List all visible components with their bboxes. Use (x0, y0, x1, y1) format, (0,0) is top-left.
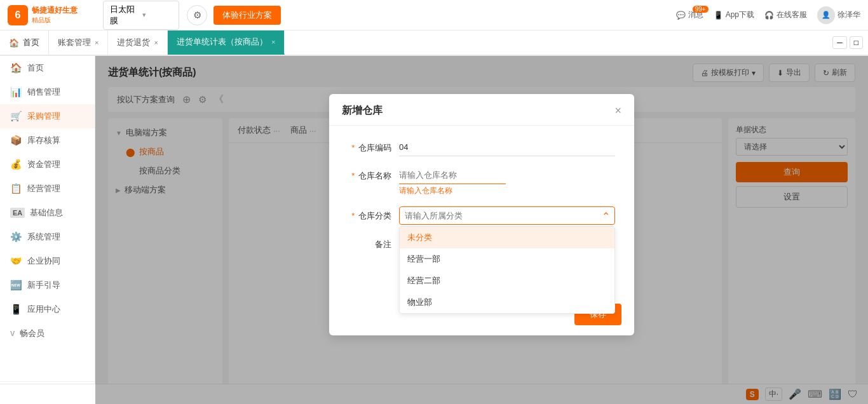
close-icon[interactable]: × (95, 39, 98, 46)
main-layout: 🏠 首页 📊 销售管理 🛒 采购管理 📦 库存核算 💰 资金管理 📋 经营管理 … (0, 56, 868, 404)
tab-accounts-label: 账套管理 (58, 37, 91, 48)
message-badge: 99+ (693, 6, 709, 13)
sidebar-item-label: 基础信息 (30, 207, 63, 219)
logo-text: 畅捷通好生意 精品版 (32, 5, 78, 25)
finance-icon: 💰 (10, 159, 22, 170)
dropdown-item-unclassified[interactable]: 未分类 (400, 227, 614, 248)
sidebar-item-label: 经营管理 (27, 183, 60, 194)
topbar-right: 💬 消息 99+ 📱 App下载 🎧 在线客服 👤 徐泽华 (676, 6, 860, 24)
warehouse-name-row: * 仓库名称 请输入仓库名称 (348, 166, 615, 196)
modal-overlay: 新增仓库 × * 仓库编码 * (95, 56, 868, 404)
tab-accounts[interactable]: 账套管理 × (49, 30, 108, 55)
app-download-button[interactable]: 📱 App下载 (714, 10, 754, 20)
collab-icon: 🤝 (10, 255, 22, 267)
category-dropdown-wrapper: ⌃ 未分类 经营一部 经营二部 物业部 (399, 206, 615, 225)
home-icon: 🏠 (10, 62, 22, 74)
system-icon: ⚙️ (10, 231, 22, 243)
settings-icon[interactable]: ⚙ (187, 5, 207, 25)
new-warehouse-modal: 新增仓库 × * 仓库编码 * (329, 94, 634, 335)
sidebar-item-home[interactable]: 🏠 首页 (0, 56, 95, 80)
app-download-label: App下载 (726, 10, 754, 20)
tab-home-label: 首页 (23, 37, 39, 48)
dropdown-item-ops1[interactable]: 经营一部 (400, 248, 614, 270)
category-input[interactable] (399, 206, 615, 225)
tab-home[interactable]: 🏠 首页 (0, 30, 49, 55)
dropdown-item-property[interactable]: 物业部 (400, 292, 614, 313)
topbar-center: ⚙ 体验行业方案 (187, 5, 281, 25)
basicinfo-icon: EA (10, 208, 25, 218)
operations-icon: 📋 (10, 183, 22, 194)
tab-maximize-button[interactable]: □ (850, 36, 863, 49)
dropdown-item-ops2[interactable]: 经营二部 (400, 270, 614, 292)
user-avatar[interactable]: 👤 徐泽华 (817, 6, 860, 24)
apps-icon: 📱 (10, 304, 22, 315)
store-name: 日太阳膜 (110, 4, 140, 27)
sidebar-item-apps[interactable]: 📱 应用中心 (0, 297, 95, 321)
tab-controls: ─ □ (827, 30, 868, 55)
headset-icon: 🎧 (764, 11, 774, 20)
code-label: * 仓库编码 (348, 138, 399, 154)
sidebar-item-label: 库存核算 (27, 135, 60, 146)
sidebar-item-label: 资金管理 (27, 159, 60, 170)
modal-title: 新增仓库 (342, 104, 383, 118)
name-field-wrapper: 请输入仓库名称 (399, 166, 615, 196)
phone-icon: 📱 (714, 11, 723, 20)
dropdown-arrow-icon[interactable]: ⌃ (602, 210, 610, 222)
home-icon: 🏠 (9, 38, 19, 48)
sales-icon: 📊 (10, 86, 22, 98)
member-icon: V (10, 330, 15, 337)
sidebar-item-finance[interactable]: 💰 资金管理 (0, 152, 95, 177)
tab-purchase-stat-label: 进货单统计表（按商品） (177, 36, 268, 48)
chevron-down-icon: ▾ (142, 11, 172, 19)
topbar: 6 畅捷通好生意 精品版 日太阳膜 ▾ ⚙ 体验行业方案 💬 消息 99+ 📱 … (0, 0, 868, 30)
sidebar-item-collab[interactable]: 🤝 企业协同 (0, 249, 95, 273)
warehouse-name-input[interactable] (399, 166, 506, 184)
category-dropdown-list: 未分类 经营一部 经营二部 物业部 (399, 226, 615, 314)
tab-purchase-return-label: 进货退货 (117, 37, 150, 48)
warehouse-code-input[interactable] (399, 138, 615, 156)
warehouse-category-row: * 仓库分类 ⌃ 未分类 经营一部 经营二部 物业部 (348, 206, 615, 225)
modal-header: 新增仓库 × (329, 94, 634, 126)
name-error-text: 请输入仓库名称 (399, 185, 615, 196)
logo-icon: 6 (8, 5, 28, 25)
close-icon[interactable]: × (271, 38, 275, 46)
tab-minimize-button[interactable]: ─ (832, 36, 847, 49)
notes-label: 备注 (348, 235, 399, 250)
sidebar-item-sales[interactable]: 📊 销售管理 (0, 80, 95, 104)
name-label: * 仓库名称 (348, 166, 399, 182)
content-area: 进货单统计(按商品) 🖨 按模板打印 ▾ ⬇ 导出 ↻ 刷新 按以下方案查询 (95, 56, 868, 404)
sidebar-item-label: 采购管理 (27, 111, 60, 122)
inventory-icon: 📦 (10, 135, 22, 146)
sidebar: 🏠 首页 📊 销售管理 🛒 采购管理 📦 库存核算 💰 资金管理 📋 经营管理 … (0, 56, 95, 404)
tab-purchase-return[interactable]: 进货退货 × (108, 30, 167, 55)
purchase-icon: 🛒 (10, 111, 22, 122)
sidebar-item-basicinfo[interactable]: EA 基础信息 (0, 201, 95, 225)
warehouse-code-row: * 仓库编码 (348, 138, 615, 156)
logo-area: 6 畅捷通好生意 精品版 (8, 5, 103, 25)
category-label: * 仓库分类 (348, 206, 399, 222)
sidebar-item-inventory[interactable]: 📦 库存核算 (0, 128, 95, 152)
avatar-circle: 👤 (817, 6, 835, 24)
tabbar: 🏠 首页 账套管理 × 进货退货 × 进货单统计表（按商品） × ─ □ (0, 30, 868, 56)
online-service-label: 在线客服 (776, 10, 807, 20)
close-icon[interactable]: × (154, 39, 158, 46)
sidebar-item-system[interactable]: ⚙️ 系统管理 (0, 225, 95, 249)
sidebar-item-operations[interactable]: 📋 经营管理 (0, 177, 95, 201)
message-icon: 💬 (676, 11, 686, 20)
username-label: 徐泽华 (837, 10, 860, 20)
sidebar-item-member[interactable]: V 畅会员 (0, 321, 95, 346)
sidebar-item-purchase[interactable]: 🛒 采购管理 (0, 104, 95, 128)
guide-icon: 🆕 (10, 279, 22, 291)
sidebar-item-guide[interactable]: 🆕 新手引导 (0, 273, 95, 297)
modal-body: * 仓库编码 * 仓库名称 请输入仓库名称 (329, 126, 634, 296)
experience-button[interactable]: 体验行业方案 (214, 6, 281, 25)
message-button[interactable]: 💬 消息 99+ (676, 10, 703, 20)
modal-close-icon[interactable]: × (614, 104, 621, 118)
tab-purchase-stat[interactable]: 进货单统计表（按商品） × (168, 30, 285, 55)
sidebar-item-label: 首页 (27, 62, 44, 74)
store-selector[interactable]: 日太阳膜 ▾ (103, 1, 179, 30)
sidebar-item-label: 销售管理 (27, 86, 60, 98)
sidebar-item-label: 新手引导 (27, 279, 60, 291)
online-service-button[interactable]: 🎧 在线客服 (764, 10, 807, 20)
tab-spacer (285, 30, 827, 55)
